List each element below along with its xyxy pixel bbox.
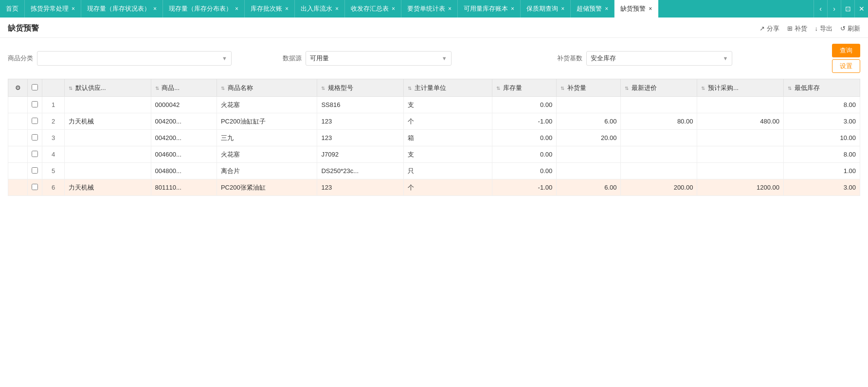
tab-shortage-warning[interactable]: 缺货预警 × bbox=[615, 0, 658, 18]
tab-inventory-status[interactable]: 现存量（库存状况表） × bbox=[81, 0, 163, 18]
query-button[interactable]: 查询 bbox=[832, 44, 860, 57]
row-min-stock-4: 1.00 bbox=[783, 163, 860, 179]
row-checkbox-5[interactable] bbox=[32, 184, 38, 190]
row-replenish-0 bbox=[557, 97, 621, 113]
tab-next-button[interactable]: › bbox=[827, 0, 841, 18]
row-supplier-4 bbox=[65, 163, 151, 179]
close-tab-9-icon[interactable]: × bbox=[561, 5, 564, 12]
row-checkbox-3[interactable] bbox=[32, 151, 38, 157]
row-unit-2: 箱 bbox=[404, 130, 492, 146]
close-tab-5-icon[interactable]: × bbox=[335, 5, 339, 12]
select-all-checkbox[interactable] bbox=[32, 84, 38, 90]
th-unit[interactable]: ⇅ 主计量单位 bbox=[404, 79, 492, 97]
tab-close-button[interactable]: ✕ bbox=[854, 0, 868, 18]
replenish-base-filter-group: 补货基数 安全库存 ▼ bbox=[557, 51, 820, 66]
th-supplier[interactable]: ⇅ 默认供应... bbox=[65, 79, 151, 97]
close-tab-7-icon[interactable]: × bbox=[448, 5, 452, 12]
close-tab-10-icon[interactable]: × bbox=[605, 5, 608, 12]
row-unit-1: 个 bbox=[404, 113, 492, 130]
share-button[interactable]: ↗ 分享 bbox=[760, 24, 779, 33]
th-stock[interactable]: ⇅ 库存量 bbox=[492, 79, 556, 97]
tab-demand-stats[interactable]: 要货单统计表 × bbox=[401, 0, 458, 18]
row-checkbox-cell-4[interactable] bbox=[28, 163, 42, 179]
replenish-sort-icon: ⇅ bbox=[561, 86, 564, 91]
row-unit-0: 支 bbox=[404, 97, 492, 113]
th-spec[interactable]: ⇅ 规格型号 bbox=[317, 79, 404, 97]
category-filter-group: 商品分类 ▼ bbox=[8, 51, 271, 66]
tab-inout-flow[interactable]: 出入库流水 × bbox=[295, 0, 345, 18]
tab-overstock-warning[interactable]: 超储预警 × bbox=[571, 0, 615, 18]
row-checkbox-1[interactable] bbox=[32, 118, 38, 124]
tab-controls: ‹ › ⊡ ✕ bbox=[814, 0, 868, 18]
row-checkbox-2[interactable] bbox=[32, 134, 38, 141]
close-tab-2-icon[interactable]: × bbox=[153, 5, 157, 12]
close-tab-8-icon[interactable]: × bbox=[511, 5, 514, 12]
row-num-4: 5 bbox=[42, 163, 65, 179]
replenish-button[interactable]: ⊞ 补货 bbox=[787, 24, 807, 33]
table-row: 2 力天机械 004200... PC200油缸缸子 123 个 -1.00 6… bbox=[8, 113, 860, 130]
row-num-5: 6 bbox=[42, 179, 65, 196]
tab-expiry-query[interactable]: 保质期查询 × bbox=[521, 0, 571, 18]
category-select[interactable]: ▼ bbox=[37, 51, 232, 66]
row-checkbox-cell-2[interactable] bbox=[28, 130, 42, 146]
row-checkbox-0[interactable] bbox=[32, 101, 38, 107]
th-item-code[interactable]: ⇅ 商品... bbox=[151, 79, 217, 97]
export-button[interactable]: ↓ 导出 bbox=[815, 24, 833, 33]
th-estimated-purchase[interactable]: ⇅ 预计采购... bbox=[697, 79, 784, 97]
table-row: 4 004600... 火花塞 J7092 支 0.00 8.00 bbox=[8, 146, 860, 163]
th-replenish[interactable]: ⇅ 补货量 bbox=[557, 79, 621, 97]
th-min-stock[interactable]: ⇅ 最低库存 bbox=[783, 79, 860, 97]
th-item-name[interactable]: ⇅ 商品名称 bbox=[217, 79, 317, 97]
row-item-code-2: 004200... bbox=[151, 130, 217, 146]
row-replenish-5: 6.00 bbox=[557, 179, 621, 196]
replenish-icon: ⊞ bbox=[787, 25, 793, 32]
tab-pick-exception[interactable]: 拣货异常处理 × bbox=[25, 0, 81, 18]
close-tab-4-icon[interactable]: × bbox=[285, 5, 289, 12]
row-checkbox-cell-5[interactable] bbox=[28, 179, 42, 196]
row-estimated-purchase-4 bbox=[697, 163, 784, 179]
filter-actions: 查询 设置 bbox=[832, 44, 860, 73]
close-tab-1-icon[interactable]: × bbox=[72, 5, 75, 12]
row-checkbox-4[interactable] bbox=[32, 167, 38, 174]
row-supplier-5: 力天机械 bbox=[65, 179, 151, 196]
estimated-purchase-sort-icon: ⇅ bbox=[701, 86, 705, 91]
row-item-code-5: 801110... bbox=[151, 179, 217, 196]
row-checkbox-cell-1[interactable] bbox=[28, 113, 42, 130]
settings-button[interactable]: 设置 bbox=[832, 59, 860, 73]
tab-restore-button[interactable]: ⊡ bbox=[841, 0, 854, 18]
close-tab-3-icon[interactable]: × bbox=[235, 5, 238, 12]
tab-inventory-dist[interactable]: 现存量（库存分布表） × bbox=[163, 0, 245, 18]
th-checkbox[interactable] bbox=[28, 79, 42, 97]
tab-available-ledger[interactable]: 可用量库存账本 × bbox=[458, 0, 521, 18]
row-num-0: 1 bbox=[42, 97, 65, 113]
row-checkbox-cell-3[interactable] bbox=[28, 146, 42, 163]
row-stock-1: -1.00 bbox=[492, 113, 556, 130]
row-unit-4: 只 bbox=[404, 163, 492, 179]
th-latest-price[interactable]: ⇅ 最新进价 bbox=[621, 79, 697, 97]
row-min-stock-0: 8.00 bbox=[783, 97, 860, 113]
tab-home[interactable]: 首页 bbox=[0, 0, 25, 18]
refresh-button[interactable]: ↺ 刷新 bbox=[840, 24, 860, 33]
th-row-num bbox=[42, 79, 65, 97]
row-item-name-1: PC200油缸缸子 bbox=[217, 113, 317, 130]
tab-recv-send-summary[interactable]: 收发存汇总表 × bbox=[345, 0, 401, 18]
row-checkbox-cell-0[interactable] bbox=[28, 97, 42, 113]
page-header: 缺货预警 ↗ 分享 ⊞ 补货 ↓ 导出 ↺ 刷新 bbox=[0, 18, 868, 38]
main-content: 缺货预警 ↗ 分享 ⊞ 补货 ↓ 导出 ↺ 刷新 商品分类 bbox=[0, 18, 868, 387]
row-spec-1: 123 bbox=[317, 113, 404, 130]
row-estimated-purchase-5: 1200.00 bbox=[697, 179, 784, 196]
close-tab-11-icon[interactable]: × bbox=[649, 5, 652, 12]
close-tab-6-icon[interactable]: × bbox=[392, 5, 395, 12]
datasource-select[interactable]: 可用量 ▼ bbox=[306, 51, 452, 66]
row-latest-price-0 bbox=[621, 97, 697, 113]
filter-area: 商品分类 ▼ 数据源 可用量 ▼ 补货基数 安全库存 ▼ 查询 设置 bbox=[0, 38, 868, 79]
th-gear[interactable]: ⚙ bbox=[8, 79, 28, 97]
row-stock-0: 0.00 bbox=[492, 97, 556, 113]
row-supplier-2 bbox=[65, 130, 151, 146]
tab-batch-account[interactable]: 库存批次账 × bbox=[245, 0, 295, 18]
row-item-code-4: 004800... bbox=[151, 163, 217, 179]
row-spec-0: SS816 bbox=[317, 97, 404, 113]
replenish-base-select[interactable]: 安全库存 ▼ bbox=[586, 51, 732, 66]
row-supplier-1: 力天机械 bbox=[65, 113, 151, 130]
tab-prev-button[interactable]: ‹ bbox=[814, 0, 827, 18]
